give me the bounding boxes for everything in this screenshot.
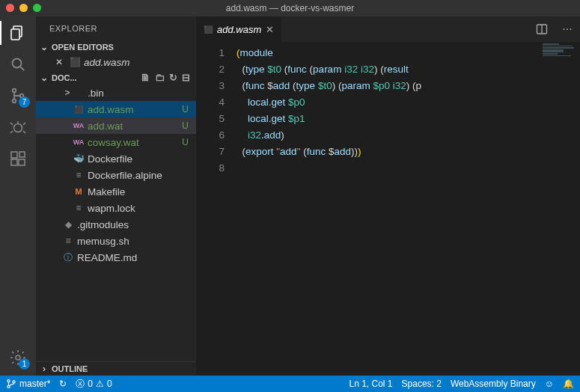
chevron-down-icon: ⌄ — [39, 73, 49, 83]
status-notifications-icon[interactable]: 🔔 — [563, 379, 574, 389]
minimap[interactable] — [543, 43, 580, 60]
wasm-file-icon: ⬛ — [72, 105, 85, 114]
minimize-window-icon[interactable] — [19, 4, 28, 12]
open-editor-label: add.wasm — [84, 57, 189, 68]
svg-rect-16 — [19, 152, 25, 157]
svg-rect-15 — [19, 159, 25, 165]
folder-label: DOC... — [52, 73, 77, 82]
line-number-gutter: 12345678 — [196, 42, 236, 376]
status-problems[interactable]: ⓧ0 ⚠0 — [76, 378, 112, 391]
open-editors-list: ✕ ⬛ add.wasm — [36, 54, 196, 70]
open-editor-item[interactable]: ✕ ⬛ add.wasm — [36, 54, 196, 70]
file-label: .bin — [88, 88, 189, 99]
close-icon[interactable]: ✕ — [52, 57, 66, 67]
file-label: Dockerfile.alpine — [88, 170, 189, 181]
new-file-icon[interactable]: 🗎 — [141, 72, 150, 83]
warning-icon: ⚠ — [96, 379, 104, 389]
file-file-icon: ≡ — [61, 236, 75, 246]
outline-header[interactable]: › OUTLINE — [36, 361, 196, 376]
file-item[interactable]: ⓘREADME.md — [36, 249, 196, 266]
status-language[interactable]: WebAssembly Binary — [451, 379, 536, 389]
editor-body[interactable]: 12345678 (module (type $t0 (func (param … — [196, 42, 580, 376]
svg-rect-1 — [11, 29, 19, 40]
outline-label: OUTLINE — [52, 364, 88, 373]
status-branch[interactable]: master* — [6, 379, 50, 389]
svg-line-9 — [23, 123, 25, 125]
settings-badge: 1 — [19, 358, 30, 370]
file-label: Dockerfile — [88, 153, 189, 165]
status-sync[interactable]: ↻ — [59, 379, 67, 389]
file-item[interactable]: MMakefile — [36, 183, 196, 200]
file-item[interactable]: ≡Dockerfile.alpine — [36, 167, 196, 183]
file-file-icon: ≡ — [72, 203, 85, 213]
scm-badge: 7 — [19, 97, 30, 108]
source-control-icon[interactable]: 7 — [7, 85, 28, 106]
code-content[interactable]: (module (type $t0 (func (param i32 i32) … — [236, 42, 580, 376]
tab-label: add.wasm — [217, 24, 261, 35]
title-bar: add.wasm — docker-vs-wasmer — [0, 0, 580, 16]
svg-point-5 — [13, 99, 16, 103]
status-feedback-icon[interactable]: ☺ — [545, 379, 554, 389]
chevron-right-icon: › — [39, 364, 49, 374]
svg-point-2 — [13, 59, 22, 68]
wa-file-icon: WA — [72, 122, 85, 129]
extensions-icon[interactable] — [7, 148, 28, 169]
close-tab-icon[interactable]: ✕ — [266, 24, 274, 35]
explorer-icon[interactable] — [7, 22, 28, 43]
make-file-icon: M — [72, 187, 85, 196]
file-label: memusg.sh — [77, 236, 189, 247]
settings-icon[interactable]: 1 — [7, 347, 28, 368]
docker-file-icon: 🐳 — [72, 153, 85, 164]
activity-bar: 7 1 — [0, 16, 36, 376]
status-indentation[interactable]: Spaces: 2 — [402, 379, 442, 389]
close-window-icon[interactable] — [6, 4, 14, 12]
file-label: README.md — [77, 252, 189, 263]
new-folder-icon[interactable]: 🗀 — [155, 72, 165, 83]
file-item[interactable]: ⬛add.wasmU — [36, 101, 196, 117]
editor-group: ⬛ add.wasm ✕ ··· 12345678 (module (type … — [196, 16, 580, 376]
git-file-icon: ◆ — [61, 219, 75, 230]
file-item[interactable]: 🐳Dockerfile — [36, 150, 196, 167]
svg-point-7 — [14, 124, 22, 132]
file-label: wapm.lock — [88, 203, 189, 214]
svg-point-22 — [13, 381, 15, 383]
svg-line-10 — [10, 131, 13, 133]
editor-tab[interactable]: ⬛ add.wasm ✕ — [196, 16, 282, 42]
svg-point-20 — [7, 379, 10, 382]
collapse-all-icon[interactable]: ⊟ — [182, 72, 190, 83]
file-item[interactable]: WAadd.watU — [36, 117, 196, 134]
folder-header[interactable]: ⌄ DOC... 🗎 🗀 ↻ ⊟ — [36, 70, 196, 85]
svg-line-8 — [10, 123, 13, 125]
file-item[interactable]: ≡memusg.sh — [36, 233, 196, 249]
zoom-window-icon[interactable] — [33, 4, 41, 12]
more-actions-icon[interactable]: ··· — [555, 16, 580, 42]
file-item[interactable]: ≡wapm.lock — [36, 200, 196, 216]
file-item[interactable]: WAcowsay.watU — [36, 134, 196, 150]
git-status: U — [182, 104, 189, 114]
file-tree: >.bin⬛add.wasmUWAadd.watUWAcowsay.watU🐳D… — [36, 85, 196, 266]
file-label: cowsay.wat — [88, 137, 179, 148]
split-editor-icon[interactable] — [529, 16, 555, 42]
file-file-icon: ≡ — [72, 170, 85, 180]
svg-line-3 — [20, 67, 24, 70]
svg-rect-14 — [11, 159, 17, 165]
status-cursor-position[interactable]: Ln 1, Col 1 — [349, 379, 392, 389]
status-bar: master* ↻ ⓧ0 ⚠0 Ln 1, Col 1 Spaces: 2 We… — [0, 376, 580, 392]
svg-point-17 — [16, 355, 20, 360]
window-title: add.wasm — docker-vs-wasmer — [226, 3, 354, 13]
open-editors-label: OPEN EDITORS — [52, 43, 114, 52]
chevron-down-icon: ⌄ — [39, 42, 49, 52]
file-label: add.wat — [88, 120, 179, 132]
svg-rect-13 — [11, 152, 17, 158]
wasm-file-icon: ⬛ — [68, 57, 82, 67]
window-controls — [6, 4, 41, 12]
git-status: U — [182, 137, 189, 147]
wa-file-icon: WA — [72, 138, 85, 146]
file-item[interactable]: ◆.gitmodules — [36, 216, 196, 233]
refresh-icon[interactable]: ↻ — [169, 72, 177, 83]
debug-icon[interactable] — [7, 117, 28, 138]
open-editors-header[interactable]: ⌄ OPEN EDITORS — [36, 40, 196, 54]
folder-item[interactable]: >.bin — [36, 85, 196, 101]
search-icon[interactable] — [7, 54, 28, 75]
git-status: U — [182, 120, 189, 131]
